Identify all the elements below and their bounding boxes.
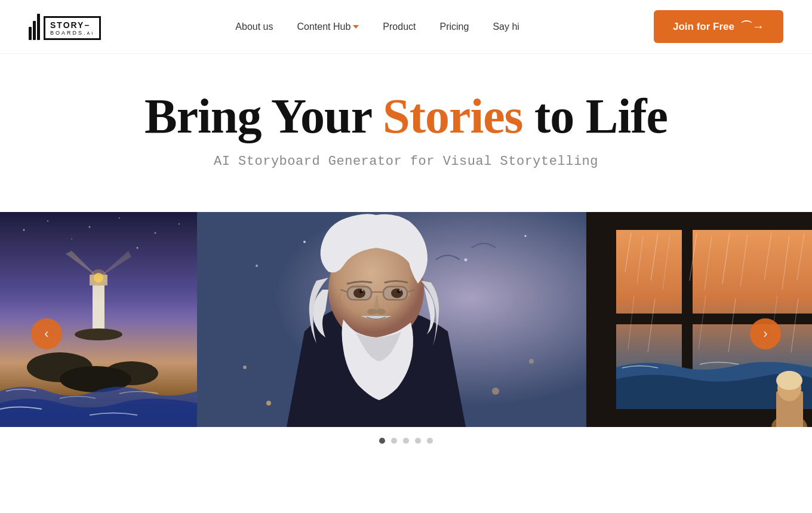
svg-point-38 <box>492 388 499 395</box>
svg-point-70 <box>777 375 801 401</box>
logo-icon: STORY– BOARDS.AI <box>29 14 101 40</box>
old-man-scene-svg <box>197 212 586 427</box>
svg-point-7 <box>137 247 139 249</box>
carousel-dot-2[interactable] <box>391 438 397 444</box>
svg-point-5 <box>179 223 180 225</box>
hero-title-highlight: Stories <box>383 89 522 143</box>
svg-point-42 <box>465 259 467 262</box>
svg-point-16 <box>104 361 158 385</box>
svg-point-71 <box>776 371 802 390</box>
carousel-dot-4[interactable] <box>415 438 421 444</box>
svg-marker-10 <box>66 251 99 278</box>
svg-point-6 <box>71 238 72 239</box>
svg-line-58 <box>740 235 748 287</box>
rain-window-scene-svg <box>586 212 812 427</box>
svg-point-37 <box>266 401 271 406</box>
nav-item-about[interactable]: About us <box>235 21 273 32</box>
svg-line-57 <box>722 233 730 284</box>
svg-point-36 <box>376 309 386 315</box>
svg-line-56 <box>705 236 712 290</box>
nav-link-about[interactable]: About us <box>235 21 273 32</box>
svg-rect-69 <box>776 391 803 427</box>
nav-item-content-hub[interactable]: Content Hub <box>297 21 359 32</box>
carousel-slide-rain-window <box>586 212 812 427</box>
svg-point-34 <box>399 290 401 291</box>
svg-point-4 <box>155 232 156 234</box>
hero-section: Bring Your Stories to Life AI Storyboard… <box>0 54 812 193</box>
logo-bar-1 <box>29 27 32 40</box>
lighthouse-scene-svg <box>0 212 197 427</box>
svg-rect-24 <box>347 287 371 300</box>
svg-line-51 <box>625 233 631 272</box>
carousel-prev-icon: ‹ <box>44 326 48 342</box>
svg-rect-45 <box>586 212 812 427</box>
logo-text-top: STORY– <box>50 20 94 30</box>
svg-point-40 <box>529 359 534 364</box>
svg-point-3 <box>119 217 120 219</box>
svg-line-60 <box>782 236 789 290</box>
svg-point-44 <box>256 265 258 267</box>
svg-rect-49 <box>682 230 693 409</box>
svg-point-22 <box>346 284 373 301</box>
navbar: STORY– BOARDS.AI About us Content Hub Pr… <box>0 0 812 54</box>
hero-title: Bring Your Stories to Life <box>12 90 800 143</box>
arrow-squiggle-icon: ⌒→ <box>740 19 764 35</box>
nav-link-content-hub[interactable]: Content Hub <box>297 21 359 32</box>
svg-line-53 <box>651 233 658 281</box>
svg-marker-11 <box>99 251 131 278</box>
hero-title-part2: to Life <box>523 89 668 143</box>
nav-link-pricing[interactable]: Pricing <box>439 21 469 32</box>
svg-point-33 <box>362 290 364 291</box>
svg-line-28 <box>407 290 415 292</box>
svg-point-13 <box>90 269 107 286</box>
nav-item-pricing[interactable]: Pricing <box>439 21 469 32</box>
svg-rect-8 <box>93 284 104 331</box>
logo-box: STORY– BOARDS.AI <box>44 16 101 40</box>
join-free-button[interactable]: Join for Free ⌒→ <box>654 10 783 43</box>
svg-point-0 <box>23 229 25 231</box>
svg-point-35 <box>367 309 377 315</box>
svg-line-54 <box>663 235 670 290</box>
nav-link-say-hi[interactable]: Say hi <box>493 21 519 32</box>
svg-line-65 <box>728 299 736 352</box>
svg-point-20 <box>349 305 403 346</box>
svg-rect-48 <box>586 409 812 427</box>
carousel-next-icon: › <box>763 326 767 342</box>
carousel-dot-1[interactable] <box>379 438 385 444</box>
logo-bar-2 <box>33 21 36 40</box>
carousel-prev-button[interactable]: ‹ <box>31 318 62 349</box>
svg-line-59 <box>764 233 771 281</box>
svg-rect-9 <box>90 275 107 285</box>
logo-bar-3 <box>37 14 40 40</box>
svg-point-17 <box>60 366 131 392</box>
svg-point-1 <box>47 220 48 222</box>
carousel-next-button[interactable]: › <box>750 318 781 349</box>
svg-point-41 <box>303 241 306 243</box>
svg-rect-19 <box>197 212 586 427</box>
svg-point-14 <box>75 328 122 340</box>
svg-line-63 <box>648 299 655 352</box>
hero-subtitle: AI Storyboard Generator for Visual Story… <box>12 154 800 169</box>
hero-title-part1: Bring Your <box>144 89 383 143</box>
svg-point-2 <box>89 226 91 228</box>
svg-rect-47 <box>586 212 812 230</box>
svg-point-29 <box>353 288 365 298</box>
carousel-dot-3[interactable] <box>403 438 409 444</box>
svg-line-27 <box>340 290 347 292</box>
nav-link-product[interactable]: Product <box>383 21 416 32</box>
svg-line-55 <box>690 233 697 281</box>
logo-text-bottom: BOARDS.AI <box>50 30 94 36</box>
svg-point-68 <box>771 415 807 427</box>
svg-line-67 <box>791 299 798 352</box>
nav-item-say-hi[interactable]: Say hi <box>493 21 519 32</box>
svg-point-23 <box>384 284 410 301</box>
svg-point-21 <box>328 236 424 343</box>
svg-point-30 <box>391 288 403 298</box>
svg-line-61 <box>797 233 804 281</box>
carousel-dot-5[interactable] <box>427 438 433 444</box>
chevron-down-icon <box>353 25 359 29</box>
nav-links: About us Content Hub Product Pricing Say… <box>235 21 519 32</box>
svg-point-39 <box>243 365 247 369</box>
logo[interactable]: STORY– BOARDS.AI <box>29 14 101 40</box>
nav-item-product[interactable]: Product <box>383 21 416 32</box>
